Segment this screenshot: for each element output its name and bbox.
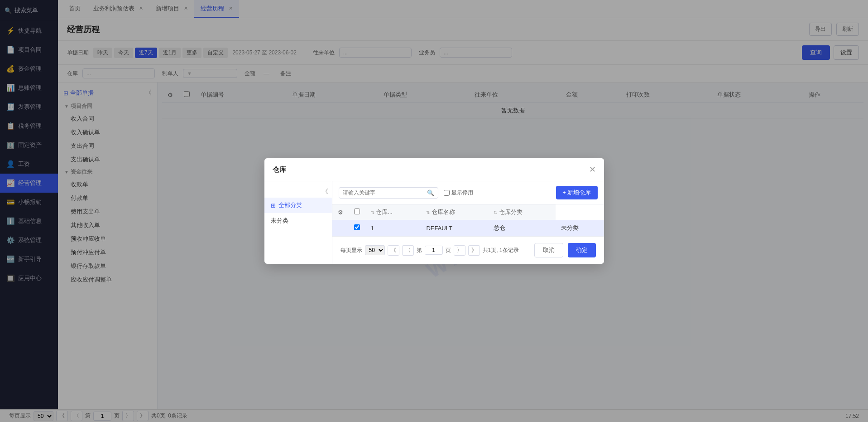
- modal-page-size-row: 每页显示 50 《 〈 第 页 〉 》 共1页, 1条记录: [340, 245, 519, 256]
- confirm-button[interactable]: 确定: [568, 243, 596, 257]
- modal-page-suffix: 页: [446, 247, 451, 254]
- row-id-cell: 1: [365, 220, 421, 236]
- sort-icon-cat: ⇅: [494, 210, 497, 215]
- modal-next-btn[interactable]: 〉: [454, 245, 465, 256]
- modal-toolbar: 🔍 显示停用 + 新增仓库: [332, 181, 604, 204]
- show-disabled-text: 显示停用: [451, 189, 473, 197]
- warehouse-modal: 仓库 ✕ 《 ⊞ 全部分类 未分类: [264, 158, 604, 264]
- modal-select-all[interactable]: [354, 209, 360, 214]
- show-disabled-label[interactable]: 显示停用: [444, 189, 473, 197]
- modal-table-row[interactable]: 1 DEFAULT 总仓 未分类: [332, 220, 604, 236]
- modal-sidebar-uncategorized[interactable]: 未分类: [264, 213, 332, 228]
- modal-body: 《 ⊞ 全部分类 未分类 🔍: [264, 181, 604, 264]
- modal-page-size-select[interactable]: 50: [365, 245, 385, 255]
- modal-main: 🔍 显示停用 + 新增仓库 ⚙: [332, 181, 604, 264]
- modal-sidebar: 《 ⊞ 全部分类 未分类: [264, 181, 332, 264]
- row-code-cell: DEFAULT: [421, 220, 488, 236]
- modal-search-input[interactable]: [343, 189, 427, 196]
- modal-sidebar-uncat-label: 未分类: [271, 217, 288, 225]
- col-name-label: 仓库名称: [432, 209, 455, 215]
- modal-header: 仓库 ✕: [264, 158, 604, 181]
- col-code-label: 仓库...: [376, 209, 393, 215]
- modal-first-btn[interactable]: 《: [388, 245, 399, 256]
- modal-last-btn[interactable]: 》: [468, 245, 480, 256]
- modal-overlay[interactable]: 仓库 ✕ 《 ⊞ 全部分类 未分类: [0, 0, 868, 422]
- col-cat-label: 仓库分类: [499, 209, 523, 215]
- sort-icon-name: ⇅: [426, 210, 430, 215]
- grid-icon-small: ⊞: [271, 202, 276, 209]
- modal-col-code: ⇅ 仓库...: [365, 204, 421, 220]
- modal-title: 仓库: [273, 165, 286, 174]
- modal-col-category: ⇅ 仓库分类: [488, 204, 556, 220]
- cancel-button[interactable]: 取消: [534, 243, 563, 257]
- show-disabled-checkbox[interactable]: [444, 190, 450, 196]
- modal-table: ⚙ ⇅ 仓库... ⇅ 仓库名称: [332, 204, 604, 236]
- modal-footer: 每页显示 50 《 〈 第 页 〉 》 共1页, 1条记录: [332, 236, 604, 264]
- modal-table-container: ⚙ ⇅ 仓库... ⇅ 仓库名称: [332, 204, 604, 236]
- modal-page-size-label: 每页显示: [340, 247, 362, 254]
- modal-footer-btns: 取消 确定: [534, 243, 596, 257]
- sort-icon-code: ⇅: [371, 210, 374, 215]
- row-category-cell: 未分类: [556, 220, 604, 236]
- row-check-cell[interactable]: [349, 220, 365, 236]
- modal-sidebar-collapse-btn[interactable]: 《: [264, 186, 332, 198]
- modal-table-header-row: ⚙ ⇅ 仓库... ⇅ 仓库名称: [332, 204, 604, 220]
- modal-total-text: 共1页, 1条记录: [483, 247, 519, 254]
- row-checkbox[interactable]: [354, 224, 360, 230]
- modal-sidebar-all[interactable]: ⊞ 全部分类: [264, 198, 332, 213]
- modal-close-btn[interactable]: ✕: [589, 165, 596, 175]
- modal-prev-btn[interactable]: 〈: [402, 245, 414, 256]
- modal-sidebar-all-label: 全部分类: [278, 201, 302, 209]
- collapse-icon: 《: [322, 188, 328, 196]
- row-name-cell: 总仓: [488, 220, 556, 236]
- search-icon: 🔍: [427, 189, 434, 196]
- modal-col-check[interactable]: [349, 204, 365, 220]
- add-warehouse-button[interactable]: + 新增仓库: [556, 186, 597, 199]
- row-settings-cell: [332, 220, 349, 236]
- modal-col-settings[interactable]: ⚙: [332, 204, 349, 220]
- modal-search-wrap: 🔍: [339, 187, 438, 199]
- modal-col-name: ⇅ 仓库名称: [421, 204, 488, 220]
- modal-page-word: 第: [417, 247, 422, 254]
- modal-page-input[interactable]: [425, 246, 443, 255]
